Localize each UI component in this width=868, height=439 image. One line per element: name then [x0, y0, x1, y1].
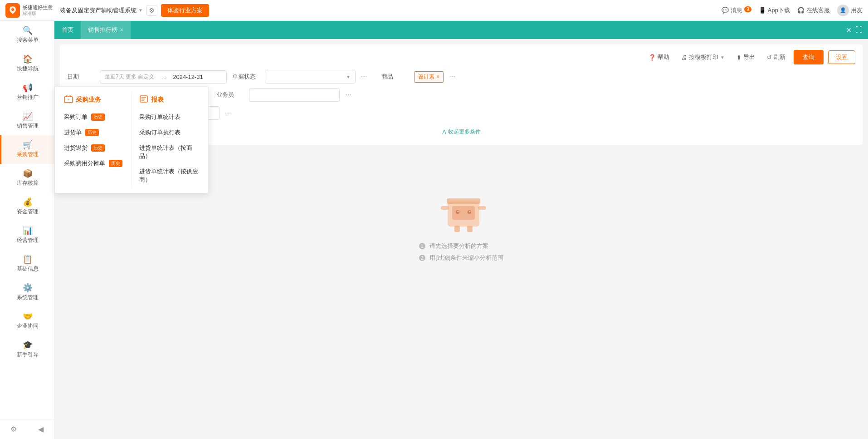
filter-more-dots-4[interactable]: ···	[345, 91, 351, 99]
search-icon: 🔍	[23, 26, 33, 35]
history-badge-2: 历史	[91, 144, 105, 152]
tab-bar: 首页 销售排行榜 × ✕ ⛶	[54, 21, 868, 39]
purchase-business-header: 采购业务	[60, 92, 128, 108]
sidebar-collapse-button[interactable]: ◀	[38, 425, 44, 434]
svg-rect-9	[467, 226, 473, 232]
dropdown-item-expense[interactable]: 采购费用分摊单 历史	[60, 156, 128, 171]
tab-close-icon[interactable]: ×	[120, 27, 123, 33]
logo-icon	[5, 3, 20, 18]
export-button[interactable]: ⬆ 导出	[733, 51, 759, 63]
purchase-report-column: 报表 采购订单统计表 采购订单执行表 进货单统计表（按商品） 进货单统计表（按供…	[136, 92, 203, 187]
bill-status-label: 单据状态	[232, 73, 259, 81]
newbie-icon: 🎓	[23, 341, 33, 349]
top-bar: 畅捷通好生意 标准版 装备及固定资产辅助管理系统 ▼ ⚙ 体验行业方案 💬 消息…	[0, 0, 868, 21]
collapse-up-icon: ⋀	[442, 129, 446, 135]
dropdown-columns: 采购业务 采购订单 历史 进货单 历史 进货退货 历史 采购费用分摊单 历史	[60, 92, 203, 187]
sidebar-item-operation[interactable]: 📊 经营管理	[0, 221, 54, 250]
query-button[interactable]: 查询	[794, 50, 824, 64]
avatar: 👤	[837, 5, 849, 16]
sidebar-item-basic[interactable]: 📋 基础信息	[0, 250, 54, 278]
basic-icon: 📋	[23, 255, 33, 263]
history-badge-1: 历史	[85, 129, 99, 136]
date-filter-label: 日期	[67, 73, 94, 81]
report-icon	[139, 95, 148, 105]
sidebar-item-marketing[interactable]: 📢 营销推广	[0, 78, 54, 107]
purchase-dropdown-menu: 采购业务 采购订单 历史 进货单 历史 进货退货 历史 采购费用分摊单 历史	[54, 86, 209, 193]
set-button[interactable]: 设置	[828, 50, 855, 64]
sidebar-settings-button[interactable]: ⚙	[10, 425, 17, 434]
tab-maximize-icon[interactable]: ⛶	[855, 26, 863, 34]
logo-text: 畅捷通好生意 标准版	[23, 4, 53, 16]
system-icon: ⚙️	[23, 284, 33, 292]
purchase-business-icon	[64, 95, 73, 105]
sidebar-bottom: ⚙ ◀	[0, 419, 54, 439]
sidebar-item-enterprise[interactable]: 🤝 企业协同	[0, 307, 54, 335]
goods-label: 商品	[381, 73, 409, 81]
enterprise-icon: 🤝	[23, 312, 33, 321]
sidebar-item-sales[interactable]: 📈 销售管理	[0, 107, 54, 135]
help-button[interactable]: ❓ 帮助	[645, 51, 673, 63]
salesman-label: 业务员	[216, 91, 244, 99]
toolbar-right: ❓ 帮助 🖨 按模板打印 ▼ ⬆ 导出 ↺	[645, 50, 855, 64]
dropdown-item-inbound-stats-supplier[interactable]: 进货单统计表（按供应商）	[136, 164, 203, 187]
top-center: 装备及固定资产辅助管理系统 ▼ ⚙ 体验行业方案	[60, 4, 722, 17]
date-range-input[interactable]: 最近7天 更多 自定义 ... 2024-12-31	[100, 70, 227, 84]
svg-rect-8	[454, 226, 460, 232]
bill-status-dropdown-icon: ▼	[346, 74, 351, 79]
svg-rect-11	[478, 206, 486, 210]
home-icon: 🏠	[23, 55, 33, 63]
svg-rect-10	[441, 206, 449, 210]
sidebar-item-inventory[interactable]: 📦 库存核算	[0, 164, 54, 192]
dropdown-divider	[132, 92, 132, 187]
app-download-button[interactable]: 📱 App下载	[759, 6, 790, 15]
print-dropdown-icon[interactable]: ▼	[720, 55, 725, 60]
dropdown-item-order-stats[interactable]: 采购订单统计表	[136, 109, 203, 125]
sidebar-item-system[interactable]: ⚙️ 系统管理	[0, 278, 54, 307]
print-icon: 🖨	[681, 54, 687, 61]
dropdown-item-purchase-order[interactable]: 采购订单 历史	[60, 109, 128, 125]
purchase-report-header: 报表	[136, 92, 203, 108]
filter-more-dots-5[interactable]: ···	[225, 109, 231, 117]
purchase-business-column: 采购业务 采购订单 历史 进货单 历史 进货退货 历史 采购费用分摊单 历史	[60, 92, 128, 187]
print-button[interactable]: 🖨 按模板打印 ▼	[678, 51, 728, 63]
settings-icon[interactable]: ⚙	[146, 5, 157, 16]
user-menu-button[interactable]: 👤 用友	[837, 5, 863, 16]
purchase-icon: 🛒	[23, 141, 33, 149]
refresh-button[interactable]: ↺ 刷新	[763, 51, 789, 63]
message-icon: 💬	[722, 7, 729, 14]
industry-button[interactable]: 体验行业方案	[161, 4, 209, 17]
filter-more-dots-1[interactable]: ···	[361, 73, 367, 81]
sidebar-item-newbie[interactable]: 🎓 新手引导	[0, 335, 54, 364]
empty-text: 1 请先选择要分析的方案 2 用[过滤]条件来缩小分析范围	[419, 240, 504, 264]
history-badge-3: 历史	[109, 160, 122, 167]
svg-rect-2	[447, 198, 480, 204]
main-content: 首页 销售排行榜 × ✕ ⛶ ❓ 帮助	[54, 21, 868, 439]
message-button[interactable]: 💬 消息 9	[722, 6, 751, 15]
dropdown-item-return[interactable]: 进货退货 历史	[60, 140, 128, 156]
goods-tag-close-icon[interactable]: ×	[436, 74, 439, 80]
sidebar-item-purchase[interactable]: 🛒 采购管理	[0, 135, 54, 164]
filter-more-dots-2[interactable]: ···	[449, 73, 455, 81]
dropdown-item-order-exec[interactable]: 采购订单执行表	[136, 125, 203, 140]
sidebar: 🔍 搜索菜单 🏠 快捷导航 📢 营销推广 📈 销售管理 🛒 采购管理 📦 库存核…	[0, 21, 54, 439]
dropdown-arrow-icon[interactable]: ▼	[138, 8, 143, 13]
headset-icon: 🎧	[797, 7, 805, 14]
sidebar-item-capital[interactable]: 💰 资金管理	[0, 192, 54, 221]
tab-close-window-icon[interactable]: ✕	[846, 26, 852, 35]
tab-sales-ranking[interactable]: 销售排行榜 ×	[81, 21, 131, 39]
empty-illustration	[439, 186, 484, 231]
online-service-button[interactable]: 🎧 在线客服	[797, 6, 830, 15]
salesman-input[interactable]	[249, 88, 340, 102]
sidebar-item-search[interactable]: 🔍 搜索菜单	[0, 21, 54, 49]
tab-home[interactable]: 首页	[54, 21, 81, 39]
dropdown-item-inbound-stats-goods[interactable]: 进货单统计表（按商品）	[136, 140, 203, 164]
dropdown-item-inbound[interactable]: 进货单 历史	[60, 125, 128, 140]
sidebar-item-quick[interactable]: 🏠 快捷导航	[0, 49, 54, 78]
refresh-icon: ↺	[767, 54, 772, 61]
sales-icon: 📈	[23, 112, 33, 120]
message-badge: 9	[744, 6, 751, 12]
bill-status-input[interactable]: ▼	[265, 70, 356, 84]
svg-point-0	[11, 8, 14, 11]
svg-point-13	[68, 99, 69, 100]
svg-point-6	[458, 211, 459, 212]
